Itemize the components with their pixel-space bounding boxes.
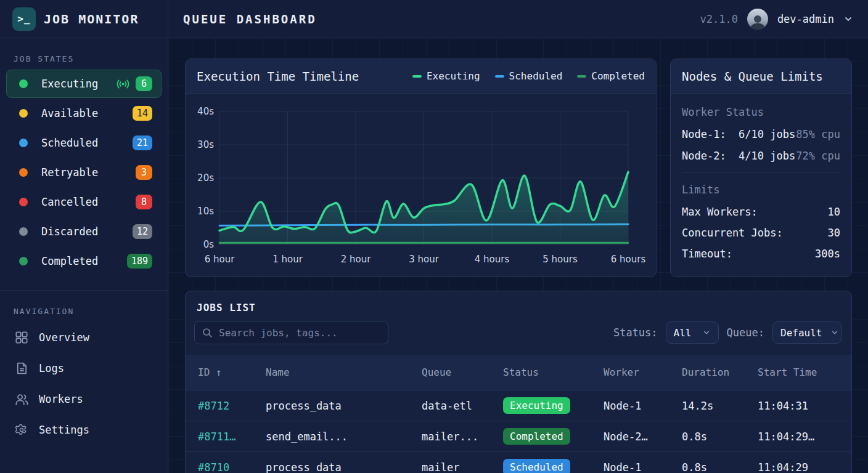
jobs-list-title: JOBS LIST (186, 291, 851, 313)
nav-label: Overview (39, 331, 89, 344)
state-count-badge: 6 (136, 76, 152, 91)
navigation-heading: NAVIGATION (0, 307, 168, 316)
search-input[interactable] (219, 327, 380, 339)
jobs-list-card: JOBS LIST Status: All (185, 291, 852, 473)
state-label: Available (41, 107, 133, 119)
state-count-badge: 3 (136, 165, 152, 180)
sidebar-state-completed[interactable]: Completed189 (6, 247, 162, 275)
table-row[interactable]: #8710process_datamailerScheduledNode-10.… (186, 451, 851, 473)
legend-item-scheduled: Scheduled (495, 70, 563, 82)
topbar: QUEUE DASHBOARD v2.1.0 dev-admin (168, 0, 868, 38)
terminal-glyph: >_ (17, 13, 30, 25)
table-row[interactable]: #8712process_datadata-etlExecutingNode-1… (186, 390, 851, 421)
job-worker: Node-1 (604, 400, 682, 412)
sidebar-state-retryable[interactable]: Retryable3 (6, 158, 162, 187)
nodes-card-title: Nodes & Queue Limits (682, 70, 823, 83)
jobs-toolbar: Status: All Queue: Default (186, 313, 851, 355)
nodes-card-body: Worker Status Node-1: 6/10 jobs85% cpuNo… (671, 94, 851, 277)
timeline-card: Execution Time Timeline ExecutingSchedul… (185, 59, 657, 277)
state-dot-icon (19, 109, 28, 118)
sidebar-item-settings[interactable]: Settings (6, 414, 162, 445)
x-axis-tick: 6 hour (205, 254, 235, 265)
worker-status-list: Node-1: 6/10 jobs85% cpuNode-2: 4/10 job… (682, 128, 840, 162)
column-header-status[interactable]: Status (503, 366, 604, 378)
limits-list: Max Workers:10Concurrent Jobs:30Timeout:… (682, 206, 840, 260)
limit-label: Max Workers: (682, 206, 758, 218)
x-axis-tick: 2 hour (341, 254, 372, 265)
job-status-cell: Scheduled (503, 459, 604, 473)
timeline-title: Execution Time Timeline (197, 70, 359, 83)
column-header-queue[interactable]: Queue (422, 366, 503, 378)
column-header-duration[interactable]: Duration (682, 366, 758, 378)
sidebar-state-scheduled[interactable]: Scheduled21 (6, 129, 162, 157)
y-axis-tick: 0s (203, 239, 215, 250)
state-count-badge: 12 (133, 224, 152, 239)
job-states-heading: JOB STATES (0, 54, 168, 63)
sidebar-item-logs[interactable]: Logs (6, 353, 162, 384)
nodes-card-header: Nodes & Queue Limits (671, 59, 851, 94)
limit-row: Timeout:300s (682, 248, 840, 260)
job-start-time: 11:04:29… (758, 431, 839, 443)
legend-dash-icon (577, 75, 586, 78)
search-box[interactable] (194, 321, 388, 344)
limit-label: Timeout: (682, 248, 732, 260)
state-dot-icon (19, 227, 28, 236)
job-id-link[interactable]: #8711… (198, 431, 266, 443)
status-filter-select[interactable]: All (666, 321, 719, 344)
job-queue: mailer (422, 461, 503, 473)
main-area: QUEUE DASHBOARD v2.1.0 dev-admin (168, 0, 868, 473)
user-avatar[interactable] (747, 9, 768, 30)
sidebar-divider (0, 290, 168, 291)
dashboard-content: Execution Time Timeline ExecutingSchedul… (168, 38, 868, 473)
state-label: Retryable (41, 166, 136, 179)
job-id-link[interactable]: #8712 (198, 400, 266, 412)
y-axis-tick: 20s (197, 172, 214, 184)
chevron-down-icon[interactable] (843, 14, 853, 24)
app-root: >_ JOB MONITOR JOB STATES Executing6Avai… (0, 0, 868, 473)
job-worker: Node-1 (604, 461, 682, 473)
sidebar-state-discarded[interactable]: Discarded12 (6, 217, 162, 246)
worker-status-heading: Worker Status (682, 106, 840, 118)
state-count-badge: 189 (127, 254, 152, 269)
y-axis-tick: 30s (197, 139, 214, 150)
limit-value: 10 (828, 206, 840, 218)
status-badge: Executing (503, 397, 570, 414)
sidebar-state-available[interactable]: Available14 (6, 99, 162, 127)
queue-filter-select[interactable]: Default (772, 321, 841, 344)
state-dot-icon (19, 257, 28, 265)
node-name: Node-2: 4/10 jobs (682, 150, 795, 162)
chart-legend: ExecutingScheduledCompleted (412, 70, 645, 82)
x-axis-tick: 5 hours (542, 254, 578, 265)
people-icon (15, 394, 28, 405)
sidebar-item-overview[interactable]: Overview (6, 322, 162, 353)
column-header-start-time[interactable]: Start Time (758, 366, 839, 378)
worker-status-row: Node-1: 6/10 jobs85% cpu (682, 128, 840, 140)
table-row[interactable]: #8711…send_email...mailer...CompletedNod… (186, 421, 851, 451)
nodes-divider (682, 172, 840, 172)
legend-dash-icon (412, 75, 422, 78)
column-header-id-[interactable]: ID ↑ (198, 366, 266, 378)
state-label: Executing (41, 78, 116, 90)
limit-row: Concurrent Jobs:30 (682, 227, 840, 239)
sidebar-item-workers[interactable]: Workers (6, 384, 162, 414)
sidebar-state-executing[interactable]: Executing6 (6, 70, 162, 98)
legend-item-completed: Completed (577, 70, 645, 82)
gear-icon (15, 424, 28, 436)
column-header-name[interactable]: Name (266, 366, 422, 378)
status-badge: Scheduled (503, 459, 570, 473)
terminal-logo-icon: >_ (12, 7, 36, 31)
job-status-cell: Completed (503, 428, 604, 445)
job-id-link[interactable]: #8710 (198, 461, 266, 473)
chevron-down-icon (830, 328, 839, 337)
column-header-worker[interactable]: Worker (604, 366, 682, 378)
x-axis-tick: 4 hours (475, 254, 510, 265)
job-name: process_data (266, 461, 422, 473)
state-label: Discarded (41, 225, 133, 238)
state-dot-icon (19, 79, 28, 88)
node-cpu: 85% cpu (796, 128, 840, 140)
state-dot-icon (19, 168, 28, 177)
y-axis-tick: 40s (197, 106, 214, 117)
nav-label: Logs (39, 362, 64, 374)
sidebar-state-cancelled[interactable]: Cancelled8 (6, 188, 162, 216)
job-states-list: Executing6Available14Scheduled21Retryabl… (0, 70, 168, 277)
